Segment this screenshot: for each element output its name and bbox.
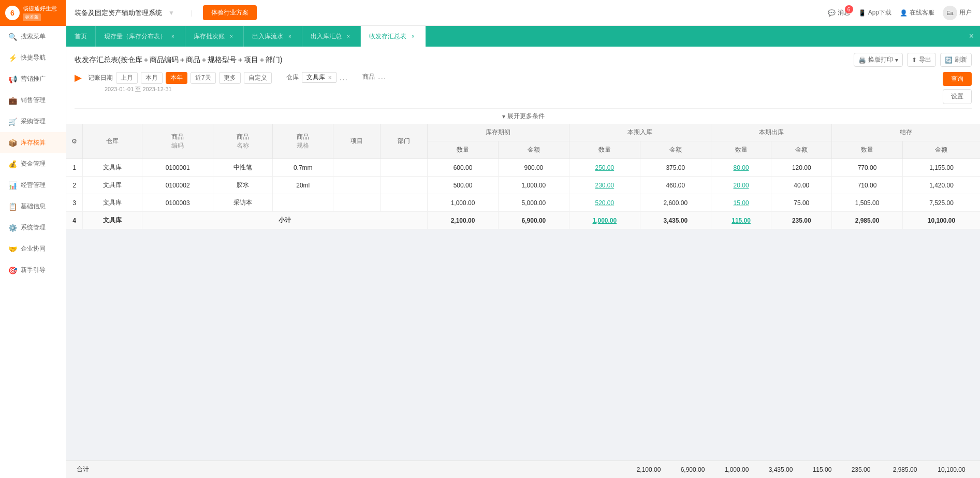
tab-close-icon[interactable]: × bbox=[286, 33, 294, 40]
row-dept bbox=[381, 194, 428, 212]
sidebar-item-collab[interactable]: 🤝 企业协同 bbox=[0, 238, 66, 259]
expand-conditions-button[interactable]: ▾ 展开更多条件 bbox=[502, 112, 545, 121]
brand-name: 畅捷通好生意 bbox=[23, 5, 57, 12]
row-out-qty-link[interactable]: 115.00 bbox=[711, 212, 771, 229]
th-code: 商品编码 bbox=[142, 124, 213, 159]
date-btn-more[interactable]: 更多 bbox=[219, 72, 241, 84]
sidebar-logo: 6 畅捷通好生意 标准版 bbox=[0, 0, 66, 26]
th-warehouse: 仓库 bbox=[83, 124, 142, 159]
tab-close-icon[interactable]: × bbox=[409, 33, 417, 40]
warehouse-more-dots[interactable]: ... bbox=[340, 73, 348, 82]
row-in-qty-link[interactable]: 250.00 bbox=[569, 159, 640, 177]
tab-rfs-summary[interactable]: 收发存汇总表 × bbox=[361, 26, 426, 47]
sidebar: 6 畅捷通好生意 标准版 🔍 搜索菜单 ⚡ 快捷导航 📢 营销推广 💼 销售管理… bbox=[0, 0, 66, 478]
th-period-out: 本期出库 bbox=[711, 124, 831, 141]
row-out-qty-link[interactable]: 20.00 bbox=[711, 177, 771, 194]
row-start-qty: 2,100.00 bbox=[428, 212, 499, 229]
date-btn-last-month[interactable]: 上月 bbox=[116, 72, 138, 84]
date-range-display: 2023-01-01 至 2023-12-31 bbox=[88, 85, 272, 93]
total-start-qty: 2,100.00 bbox=[628, 466, 669, 473]
row-in-qty-link[interactable]: 230.00 bbox=[569, 177, 640, 194]
row-spec bbox=[273, 194, 333, 212]
row-no: 4 bbox=[66, 212, 83, 229]
row-in-amount: 2,600.00 bbox=[640, 194, 711, 212]
row-name: 采访本 bbox=[213, 194, 273, 212]
row-out-amount: 120.00 bbox=[771, 159, 832, 177]
tabbar: 首页 现存量（库存分布表） × 库存批次账 × 出入库流水 × 出入库汇总 × … bbox=[66, 26, 980, 47]
date-btn-this-month[interactable]: 本月 bbox=[141, 72, 163, 84]
search-icon: 🔍 bbox=[8, 33, 17, 41]
total-footer: 合计 2,100.00 6,900.00 1,000.00 3,435.00 1… bbox=[66, 460, 980, 478]
row-start-amount: 900.00 bbox=[498, 159, 569, 177]
row-no: 3 bbox=[66, 194, 83, 212]
table-row: 2 文具库 0100002 胶水 20ml 500.00 1,000.00 23… bbox=[66, 177, 980, 194]
tab-close-icon[interactable]: × bbox=[169, 33, 177, 40]
sidebar-item-sales[interactable]: 💼 销售管理 bbox=[0, 90, 66, 111]
expand-row: ▾ 展开更多条件 bbox=[75, 108, 972, 124]
sidebar-item-marketing[interactable]: 📢 营销推广 bbox=[0, 68, 66, 90]
total-bal-amount: 10,100.00 bbox=[928, 466, 975, 473]
row-in-qty-link[interactable]: 1,000.00 bbox=[569, 212, 640, 229]
sidebar-item-guide[interactable]: 🎯 新手引导 bbox=[0, 259, 66, 281]
sidebar-item-system[interactable]: ⚙️ 系统管理 bbox=[0, 217, 66, 238]
th-start-amount: 金额 bbox=[498, 141, 569, 159]
row-in-qty-link[interactable]: 520.00 bbox=[569, 194, 640, 212]
warehouse-filter: 仓库 文具库 × ... bbox=[286, 72, 348, 83]
sidebar-item-inventory[interactable]: 📦 库存核算 bbox=[0, 132, 66, 153]
commodity-more-dots[interactable]: ... bbox=[378, 72, 386, 81]
refresh-icon: 🔄 bbox=[945, 56, 953, 64]
settings-button[interactable]: 设置 bbox=[943, 89, 972, 104]
message-button[interactable]: 💬 消息 6 bbox=[828, 8, 850, 17]
nav-icon: ⚡ bbox=[8, 54, 17, 62]
sidebar-item-purchase[interactable]: 🛒 采购管理 bbox=[0, 111, 66, 132]
row-out-qty-link[interactable]: 80.00 bbox=[711, 159, 771, 177]
app-download-button[interactable]: 📱 App下载 bbox=[858, 8, 891, 17]
marketing-icon: 📢 bbox=[8, 75, 17, 83]
tab-flow[interactable]: 出入库流水 × bbox=[244, 26, 302, 47]
filter-collapse-arrow[interactable]: ▶ bbox=[75, 72, 82, 83]
sales-icon: 💼 bbox=[8, 96, 17, 105]
row-subtotal-label: 小计 bbox=[142, 212, 428, 229]
sidebar-item-nav[interactable]: ⚡ 快捷导航 bbox=[0, 47, 66, 68]
logo-icon: 6 bbox=[5, 6, 20, 20]
row-out-qty-link[interactable]: 15.00 bbox=[711, 194, 771, 212]
row-dept bbox=[381, 159, 428, 177]
data-table: ⚙ 仓库 商品编码 商品名称 商品规格 项目 部门 库存期初 本期入库 本期出库… bbox=[66, 124, 980, 229]
settings-gear-icon[interactable]: ⚙ bbox=[71, 138, 77, 145]
tab-inventory-dist[interactable]: 现存量（库存分布表） × bbox=[96, 26, 185, 47]
row-bal-amount: 1,420.00 bbox=[902, 177, 980, 194]
col-settings-header[interactable]: ⚙ bbox=[66, 124, 83, 159]
warehouse-tag: 文具库 × bbox=[302, 72, 337, 83]
sidebar-item-search[interactable]: 🔍 搜索菜单 bbox=[0, 26, 66, 47]
tab-close-all-button[interactable]: × bbox=[963, 32, 980, 41]
finance-icon: 💰 bbox=[8, 160, 17, 168]
query-button[interactable]: 查询 bbox=[943, 72, 972, 86]
row-in-amount: 3,435.00 bbox=[640, 212, 711, 229]
tab-home[interactable]: 首页 bbox=[66, 26, 96, 47]
date-btn-custom[interactable]: 自定义 bbox=[244, 72, 272, 84]
refresh-button[interactable]: 🔄 刷新 bbox=[940, 53, 972, 67]
sidebar-item-operations[interactable]: 📊 经营管理 bbox=[0, 175, 66, 196]
date-filter-group: 记账日期 上月 本月 本年 近7天 更多 自定义 2023-01-01 至 20… bbox=[88, 72, 272, 93]
user-menu[interactable]: Ea 用户 bbox=[943, 6, 972, 20]
row-bal-amount: 7,525.00 bbox=[902, 194, 980, 212]
sidebar-item-basic[interactable]: 📋 基础信息 bbox=[0, 196, 66, 217]
tab-inout-summary[interactable]: 出入库汇总 × bbox=[302, 26, 361, 47]
date-btn-this-year[interactable]: 本年 bbox=[166, 72, 187, 84]
tab-batch[interactable]: 库存批次账 × bbox=[185, 26, 244, 47]
title-row: 收发存汇总表(按仓库＋商品编码＋商品＋规格型号＋项目＋部门) 🖨️ 换版打印 ▾… bbox=[75, 53, 972, 72]
message-badge: 6 bbox=[845, 5, 853, 13]
system-title-text: 装备及固定资产辅助管理系统 bbox=[75, 8, 162, 18]
print-button[interactable]: 🖨️ 换版打印 ▾ bbox=[854, 53, 903, 67]
tab-close-icon[interactable]: × bbox=[228, 33, 235, 40]
online-service-button[interactable]: 👤 在线客服 bbox=[900, 8, 934, 17]
topbar: 装备及固定资产辅助管理系统 ▼ | 体验行业方案 💬 消息 6 📱 App下载 … bbox=[66, 0, 980, 26]
trial-button[interactable]: 体验行业方案 bbox=[203, 5, 257, 20]
export-button[interactable]: ⬆ 导出 bbox=[907, 53, 936, 67]
page-header-actions: 🖨️ 换版打印 ▾ ⬆ 导出 🔄 刷新 bbox=[854, 53, 972, 67]
date-btn-7days[interactable]: 近7天 bbox=[191, 72, 216, 84]
warehouse-tag-close[interactable]: × bbox=[328, 74, 332, 81]
tab-close-icon[interactable]: × bbox=[345, 33, 352, 40]
warehouse-label: 仓库 bbox=[286, 73, 299, 82]
sidebar-item-finance[interactable]: 💰 资金管理 bbox=[0, 153, 66, 175]
